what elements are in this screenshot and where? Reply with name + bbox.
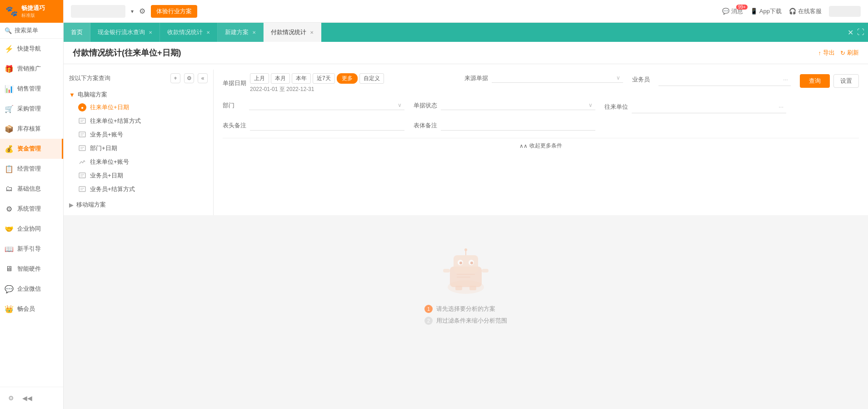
scheme-staff-account[interactable]: 业务员+账号 xyxy=(69,128,208,141)
settings-bottom-btn[interactable]: ⚙ xyxy=(5,392,17,404)
partner-label: 往来单位 xyxy=(604,103,628,111)
last-7-btn[interactable]: 近7天 xyxy=(313,73,335,84)
empty-state: 1 请先选择要分析的方案 2 用过滤条件来缩小分析范围 xyxy=(64,219,868,356)
svg-rect-27 xyxy=(469,286,476,290)
mobile-scheme-group-header[interactable]: ▶ 移动端方案 xyxy=(69,199,208,211)
sidebar-item-guide[interactable]: 📖 新手引导 xyxy=(0,239,63,259)
partner-more-btn[interactable]: ··· xyxy=(778,103,783,110)
logo-edition: 标准版 xyxy=(21,12,45,19)
payment-stats-tab-label: 付款情况统计 xyxy=(271,28,306,36)
scheme-unit-date[interactable]: ● 往来单位+日期 xyxy=(69,101,208,114)
filter-sidebar-header: 按以下方案查询 + ⚙ « xyxy=(69,70,208,87)
dept-select[interactable]: ∨ xyxy=(249,101,404,110)
scheme-settings-btn[interactable]: ⚙ xyxy=(184,73,194,83)
maximize-btn[interactable]: ⛶ xyxy=(857,28,864,36)
sidebar-nav: ⚡ 快捷导航 🎁 营销推广 📊 销售管理 🛒 采购管理 📦 库存核算 💰 资金管… xyxy=(0,39,63,387)
company-dropdown-arrow[interactable]: ▾ xyxy=(131,8,134,15)
tab-payment-stats[interactable]: 付款情况统计 ✕ xyxy=(264,23,321,42)
pc-scheme-group-header[interactable]: ▼ 电脑端方案 xyxy=(69,89,208,101)
tab-cash-flow[interactable]: 现金银行流水查询 ✕ xyxy=(90,23,160,42)
sidebar-item-inventory[interactable]: 📦 库存核算 xyxy=(0,119,63,139)
message-icon: 💬 xyxy=(722,8,729,15)
tab-collection-stats[interactable]: 收款情况统计 ✕ xyxy=(160,23,218,42)
source-label: 来源单据 xyxy=(464,74,488,82)
query-btn[interactable]: 查询 xyxy=(800,74,830,88)
close-all-tabs-btn[interactable]: ✕ xyxy=(848,28,853,37)
export-icon: ↑ xyxy=(818,50,822,56)
sidebar-item-smart-hw[interactable]: 🖥 智能硬件 xyxy=(0,259,63,279)
source-select[interactable]: ∨ xyxy=(492,73,623,83)
collapse-scheme-btn[interactable]: « xyxy=(198,73,208,83)
body-note-input[interactable] xyxy=(441,121,595,131)
tab-home[interactable]: 首页 xyxy=(64,23,90,42)
sidebar-item-marketing[interactable]: 🎁 营销推广 xyxy=(0,59,63,79)
empty-tip-1: 1 请先选择要分析的方案 xyxy=(424,305,507,313)
sidebar-item-wechat[interactable]: 💬 企业微信 xyxy=(0,279,63,299)
this-year-btn[interactable]: 本年 xyxy=(292,73,311,84)
sidebar-search[interactable]: 🔍 搜索菜单 xyxy=(0,23,63,39)
cash-flow-tab-label: 现金银行流水查询 xyxy=(98,28,145,36)
tabs-controls: ✕ ⛶ xyxy=(848,28,868,37)
content-area: 付款情况统计(往来单位+日期) ↑ 导出 ↻ 刷新 按以下方案查询 xyxy=(64,42,868,409)
last-month-btn[interactable]: 上月 xyxy=(250,73,269,84)
tab-new-plan[interactable]: 新建方案 ✕ xyxy=(218,23,264,42)
sidebar-item-member[interactable]: 👑 畅会员 xyxy=(0,299,63,319)
collapse-more-conditions-btn[interactable]: ∧∧ 收起更多条件 xyxy=(223,138,859,153)
filter-actions: 查询 设置 xyxy=(800,74,859,88)
enterprise-icon: 🤝 xyxy=(5,224,14,233)
refresh-btn[interactable]: ↻ 刷新 xyxy=(840,49,859,57)
topbar-settings-btn[interactable]: ⚙ xyxy=(139,7,145,15)
sidebar-item-operations[interactable]: 📋 经营管理 xyxy=(0,159,63,179)
filter-row-1: 单据日期 上月 本月 本年 近7天 更多 自定义 20 xyxy=(223,73,859,93)
main-area: ▾ ⚙ 体验行业方案 💬 消息 99+ 📱 App下载 🎧 在线客服 首页 xyxy=(64,0,868,409)
custom-btn[interactable]: 自定义 xyxy=(359,73,384,84)
page-header: 付款情况统计(往来单位+日期) ↑ 导出 ↻ 刷新 xyxy=(64,42,868,64)
download-icon: 📱 xyxy=(750,8,758,15)
sidebar-item-finance[interactable]: 💰 资金管理 xyxy=(0,139,63,159)
sidebar-item-basic-info[interactable]: 🗂 基础信息 xyxy=(0,179,63,199)
add-scheme-btn[interactable]: + xyxy=(170,73,180,83)
more-btn[interactable]: 更多 xyxy=(337,73,358,84)
staff-input[interactable] xyxy=(661,75,783,84)
online-service-btn[interactable]: 🎧 在线客服 xyxy=(789,7,822,15)
company-selector[interactable] xyxy=(71,5,125,18)
scheme-unit-settle[interactable]: 往来单位+结算方式 xyxy=(69,114,208,128)
svg-rect-24 xyxy=(443,269,450,273)
scheme-staff-settle[interactable]: 业务员+结算方式 xyxy=(69,182,208,196)
doc-status-select[interactable]: ∨ xyxy=(441,101,595,110)
sidebar-item-quick-nav[interactable]: ⚡ 快捷导航 xyxy=(0,39,63,59)
svg-rect-17 xyxy=(454,255,478,273)
svg-point-20 xyxy=(459,262,462,264)
partner-input[interactable] xyxy=(634,102,778,111)
header-note-input[interactable] xyxy=(250,121,404,131)
scheme-unit-account[interactable]: 往来单位+账号 xyxy=(69,155,208,169)
trial-industry-btn[interactable]: 体验行业方案 xyxy=(151,5,197,18)
collection-stats-tab-close[interactable]: ✕ xyxy=(206,30,210,35)
export-btn[interactable]: ↑ 导出 xyxy=(818,49,835,57)
unit-account-icon xyxy=(78,158,86,166)
finance-icon: 💰 xyxy=(5,144,14,153)
messages-btn[interactable]: 💬 消息 99+ xyxy=(722,7,743,15)
staff-label: 业务员 xyxy=(632,76,655,84)
this-month-btn[interactable]: 本月 xyxy=(271,73,290,84)
staff-more-btn[interactable]: ··· xyxy=(783,76,788,83)
sidebar-item-purchase[interactable]: 🛒 采购管理 xyxy=(0,99,63,119)
collapse-sidebar-btn[interactable]: ◀◀ xyxy=(21,392,34,404)
cash-flow-tab-close[interactable]: ✕ xyxy=(149,30,152,35)
dept-date-icon xyxy=(78,144,86,152)
new-plan-tab-label: 新建方案 xyxy=(225,28,249,36)
mobile-group-arrow: ▶ xyxy=(69,202,74,208)
scheme-dept-date[interactable]: 部门+日期 xyxy=(69,141,208,155)
user-avatar[interactable] xyxy=(829,6,861,17)
sidebar-item-sales[interactable]: 📊 销售管理 xyxy=(0,79,63,99)
app-download-btn[interactable]: 📱 App下载 xyxy=(750,7,782,15)
doc-status-field: 单据状态 ∨ xyxy=(414,101,595,110)
sidebar-item-enterprise[interactable]: 🤝 企业协同 xyxy=(0,219,63,239)
new-plan-tab-close[interactable]: ✕ xyxy=(252,30,256,35)
payment-stats-tab-close[interactable]: ✕ xyxy=(310,30,314,35)
scheme-staff-date[interactable]: 业务员+日期 xyxy=(69,169,208,182)
filter-row-3: 表头备注 表体备注 xyxy=(223,121,859,131)
body-note-label: 表体备注 xyxy=(414,121,437,130)
settings-btn[interactable]: 设置 xyxy=(833,74,859,88)
sidebar-item-system[interactable]: ⚙ 系统管理 xyxy=(0,199,63,219)
